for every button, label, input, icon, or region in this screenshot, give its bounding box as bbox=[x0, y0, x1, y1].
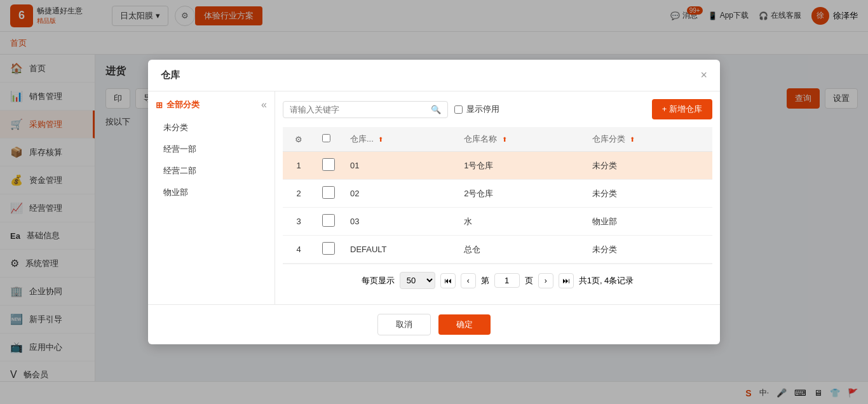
row-name-1: 1号仓库 bbox=[456, 152, 584, 180]
row-category-2: 未分类 bbox=[585, 180, 712, 208]
search-input[interactable] bbox=[290, 105, 427, 114]
col-checkbox bbox=[315, 127, 342, 152]
modal-footer: 取消 确定 bbox=[148, 304, 720, 344]
row-name-4: 总仓 bbox=[456, 236, 584, 264]
row-code-2: 02 bbox=[342, 180, 456, 208]
category-item-dept2[interactable]: 经营二部 bbox=[156, 160, 267, 182]
row-code-3: 03 bbox=[342, 208, 456, 236]
table-container: ⚙ 仓库... ⬆ 仓库名称 ⬆ bbox=[283, 127, 712, 264]
row-checkbox-3[interactable] bbox=[322, 214, 335, 227]
row-name-3: 水 bbox=[456, 208, 584, 236]
confirm-button[interactable]: 确定 bbox=[438, 314, 491, 335]
show-disabled-toggle[interactable]: 显示停用 bbox=[454, 104, 499, 115]
total-label: 共1页, 4条记录 bbox=[579, 275, 634, 286]
row-name-2: 2号仓库 bbox=[456, 180, 584, 208]
row-code-1: 01 bbox=[342, 152, 456, 180]
row-category-4: 未分类 bbox=[585, 236, 712, 264]
modal-header: 仓库 × bbox=[148, 60, 720, 91]
category-item-unclassified[interactable]: 未分类 bbox=[156, 117, 267, 138]
search-icon[interactable]: 🔍 bbox=[431, 105, 441, 114]
grid-icon: ⊞ bbox=[156, 100, 163, 110]
table-row[interactable]: 2 02 2号仓库 未分类 bbox=[283, 180, 712, 208]
row-code-4: DEFAULT bbox=[342, 236, 456, 264]
row-checkbox-1[interactable] bbox=[322, 158, 335, 171]
row-checkbox-2[interactable] bbox=[322, 186, 335, 199]
name-sort-icon: ⬆ bbox=[502, 136, 507, 143]
page-label: 页 bbox=[525, 275, 533, 286]
next-page-button[interactable]: › bbox=[538, 273, 553, 288]
select-all-checkbox[interactable] bbox=[322, 134, 330, 142]
col-name: 仓库名称 ⬆ bbox=[456, 127, 584, 152]
col-code: 仓库... ⬆ bbox=[342, 127, 456, 152]
settings-col-icon: ⚙ bbox=[295, 135, 302, 144]
category-item-dept1[interactable]: 经营一部 bbox=[156, 138, 267, 160]
modal-title: 仓库 bbox=[161, 69, 180, 81]
search-box: 🔍 bbox=[283, 101, 448, 118]
prev-page-button[interactable]: ‹ bbox=[461, 273, 476, 288]
row-num-2: 2 bbox=[283, 180, 315, 208]
col-settings: ⚙ bbox=[283, 127, 315, 152]
row-checkbox-4[interactable] bbox=[322, 242, 335, 255]
modal-close-button[interactable]: × bbox=[700, 69, 707, 82]
table-row[interactable]: 4 DEFAULT 总仓 未分类 bbox=[283, 236, 712, 264]
category-sort-icon: ⬆ bbox=[630, 136, 635, 143]
show-disabled-label: 显示停用 bbox=[466, 104, 499, 115]
first-page-button[interactable]: ⏮ bbox=[440, 273, 456, 288]
all-category-button[interactable]: ⊞ 全部分类 bbox=[156, 99, 200, 111]
category-item-property[interactable]: 物业部 bbox=[156, 182, 267, 203]
collapse-button[interactable]: « bbox=[261, 99, 267, 111]
page-number-label: 第 bbox=[481, 275, 489, 286]
table-panel: 🔍 显示停用 + 新增仓库 ⚙ bbox=[275, 91, 720, 304]
row-num-3: 3 bbox=[283, 208, 315, 236]
table-row[interactable]: 3 03 水 物业部 bbox=[283, 208, 712, 236]
table-row[interactable]: 1 01 1号仓库 未分类 bbox=[283, 152, 712, 180]
code-sort-icon: ⬆ bbox=[378, 136, 383, 143]
row-num-4: 4 bbox=[283, 236, 315, 264]
row-num-1: 1 bbox=[283, 152, 315, 180]
col-category: 仓库分类 ⬆ bbox=[585, 127, 712, 152]
page-input[interactable]: 1 bbox=[494, 273, 520, 288]
per-page-label: 每页显示 bbox=[362, 275, 395, 286]
row-category-1: 未分类 bbox=[585, 152, 712, 180]
all-category-label: 全部分类 bbox=[166, 99, 200, 111]
last-page-button[interactable]: ⏭ bbox=[559, 273, 574, 288]
cancel-button[interactable]: 取消 bbox=[377, 314, 431, 335]
category-panel: ⊞ 全部分类 « 未分类 经营一部 经营二部 物业部 bbox=[148, 91, 275, 304]
add-warehouse-button[interactable]: + 新增仓库 bbox=[652, 99, 712, 119]
category-header: ⊞ 全部分类 « bbox=[156, 99, 267, 111]
table-toolbar: 🔍 显示停用 + 新增仓库 bbox=[283, 99, 712, 119]
table-header: ⚙ 仓库... ⬆ 仓库名称 ⬆ bbox=[283, 127, 712, 152]
warehouse-table: ⚙ 仓库... ⬆ 仓库名称 ⬆ bbox=[283, 127, 712, 264]
row-category-3: 物业部 bbox=[585, 208, 712, 236]
per-page-select[interactable]: 50 20 100 bbox=[400, 272, 435, 289]
table-body: 1 01 1号仓库 未分类 2 02 2号仓库 未分类 bbox=[283, 152, 712, 264]
modal-body: ⊞ 全部分类 « 未分类 经营一部 经营二部 物业部 bbox=[148, 91, 720, 304]
warehouse-modal: 仓库 × ⊞ 全部分类 « 未分类 经营一部 经营二部 物业部 bbox=[148, 60, 720, 344]
show-disabled-checkbox[interactable] bbox=[454, 105, 463, 114]
pagination: 每页显示 50 20 100 ⏮ ‹ 第 1 页 › ⏭ 共1页, 4条记录 bbox=[283, 264, 712, 297]
